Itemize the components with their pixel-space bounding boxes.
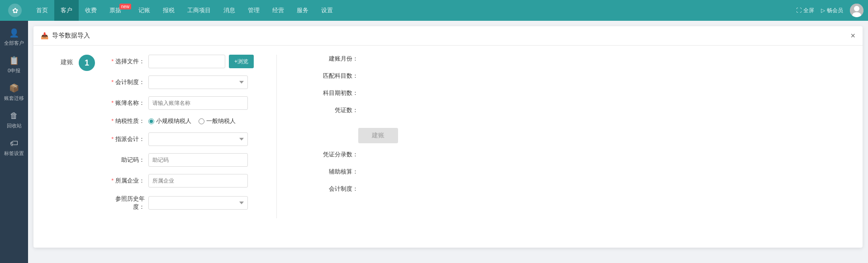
nav-item-manage[interactable]: 管理 xyxy=(242,0,266,21)
main-layout: 👤 全部客户 📋 0申报 📦 账套迁移 🗑 回收站 🏷 标签设置 📥 导爷数据导… xyxy=(0,21,868,263)
info-row-accounting-system: 会计制度： xyxy=(313,185,422,193)
dialog-title-icon: 📥 xyxy=(41,32,48,39)
memo-label: 助记码： xyxy=(109,156,145,164)
memo-row: 助记码： xyxy=(109,153,254,167)
info-area: 建账月份： 匹配科目数： 科目期初数： 凭证数： xyxy=(286,55,440,218)
small-taxpayer-radio[interactable] xyxy=(148,118,154,124)
build-account-btn[interactable]: 建账 xyxy=(358,128,398,143)
nav-item-fee[interactable]: 收费 xyxy=(79,0,103,21)
nav-item-invoice[interactable]: 票据 new xyxy=(103,0,132,21)
file-row: 选择文件： +浏览 xyxy=(109,55,254,68)
form-area: 选择文件： +浏览 会计制度： 账簿 xyxy=(109,55,254,218)
step-label: 建账 xyxy=(61,55,73,66)
sidebar-item-all-customers[interactable]: 👤 全部客户 xyxy=(1,24,27,50)
accounting-system-label: 会计制度： xyxy=(109,78,145,86)
dialog-panel: 📥 导爷数据导入 × 建账 1 选择文件： xyxy=(33,26,863,248)
tax-type-label: 纳税性质： xyxy=(109,117,145,125)
play-icon: ▷ xyxy=(821,7,825,14)
main-content: 📥 导爷数据导入 × 建账 1 选择文件： xyxy=(28,21,868,263)
fullscreen-icon: ⛶ xyxy=(796,7,802,14)
all-customers-icon: 👤 xyxy=(9,28,19,38)
sidebar-item-recycle[interactable]: 🗑 回收站 xyxy=(1,107,27,133)
accounting-system-row: 会计制度： xyxy=(109,75,254,89)
sidebar-item-migration[interactable]: 📦 账套迁移 xyxy=(1,80,27,105)
history-year-label: 参照历史年度： xyxy=(109,195,145,211)
general-taxpayer-option[interactable]: 一般纳税人 xyxy=(199,117,236,125)
info-row-initial-subject: 科目期初数： xyxy=(313,89,422,97)
nav-right: ⛶ 全屏 ▷ 畅会员 xyxy=(796,4,863,17)
assign-accountant-row: 指派会计： xyxy=(109,132,254,146)
browse-button[interactable]: +浏览 xyxy=(229,55,254,68)
member-btn[interactable]: ▷ 畅会员 xyxy=(821,7,843,14)
file-input[interactable] xyxy=(148,55,225,68)
tag-settings-icon: 🏷 xyxy=(9,138,19,148)
dialog-close-btn[interactable]: × xyxy=(850,32,855,40)
match-subject-label: 匹配科目数： xyxy=(313,72,358,80)
info-row-aux-accounting: 辅助核算： xyxy=(313,168,422,176)
nav-item-account[interactable]: 记账 xyxy=(132,0,157,21)
vertical-divider xyxy=(276,55,277,218)
assign-accountant-select[interactable] xyxy=(148,132,248,146)
memo-input[interactable] xyxy=(148,153,248,167)
dialog-header: 📥 导爷数据导入 × xyxy=(33,26,863,46)
nav-item-business[interactable]: 工商项目 xyxy=(181,0,217,21)
info-row-match-subject: 匹配科目数： xyxy=(313,72,422,80)
nav-items: 首页 客户 收费 票据 new 记账 报税 工商项目 消息 管理 经营 服务 设… xyxy=(30,0,796,21)
accounting-system-select[interactable] xyxy=(148,75,248,89)
initial-subject-label: 科目期初数： xyxy=(313,89,358,97)
aux-accounting-label: 辅助核算： xyxy=(313,168,358,176)
month-label: 建账月份： xyxy=(313,55,358,63)
sidebar-item-tag-settings[interactable]: 🏷 标签设置 xyxy=(1,135,27,160)
sidebar: 👤 全部客户 📋 0申报 📦 账套迁移 🗑 回收站 🏷 标签设置 xyxy=(0,21,28,263)
top-nav: ✿ 首页 客户 收费 票据 new 记账 报税 工商项目 消息 管理 经营 服务… xyxy=(0,0,868,21)
sidebar-item-declaration[interactable]: 📋 0申报 xyxy=(1,52,27,78)
migration-icon: 📦 xyxy=(9,83,19,93)
info-row-voucher: 凭证数： xyxy=(313,106,422,114)
recycle-icon: 🗑 xyxy=(9,111,19,121)
nav-item-service[interactable]: 服务 xyxy=(290,0,315,21)
app-logo: ✿ xyxy=(5,0,25,21)
voucher-records-label: 凭证分录数： xyxy=(313,150,358,159)
history-year-select[interactable] xyxy=(148,196,248,210)
fullscreen-btn[interactable]: ⛶ 全屏 xyxy=(796,7,814,14)
info-row-voucher-records: 凭证分录数： xyxy=(313,150,422,159)
tax-type-row: 纳税性质： 小规模纳税人 一般纳税人 xyxy=(109,117,254,125)
assign-accountant-label: 指派会计： xyxy=(109,135,145,143)
info-row-month: 建账月份： xyxy=(313,55,422,63)
file-label: 选择文件： xyxy=(109,57,145,66)
svg-point-1 xyxy=(854,6,859,11)
step-section: 建账 1 选择文件： +浏览 会计制度： xyxy=(33,55,267,218)
nav-item-tax[interactable]: 报税 xyxy=(157,0,181,21)
nav-item-home[interactable]: 首页 xyxy=(30,0,54,21)
accounting-system-info-label: 会计制度： xyxy=(313,185,358,193)
declaration-icon: 📋 xyxy=(9,56,19,66)
invoice-badge: new xyxy=(119,4,131,9)
ledger-name-input[interactable] xyxy=(148,96,248,110)
owner-company-row: 所属企业： xyxy=(109,174,254,188)
step-circle: 1 xyxy=(79,55,95,71)
small-taxpayer-option[interactable]: 小规模纳税人 xyxy=(148,117,191,125)
general-taxpayer-radio[interactable] xyxy=(199,118,204,124)
owner-company-label: 所属企业： xyxy=(109,177,145,185)
logo-icon: ✿ xyxy=(8,4,22,17)
ledger-name-label: 账簿名称： xyxy=(109,99,145,107)
owner-company-input[interactable] xyxy=(148,174,248,188)
ledger-name-row: 账簿名称： xyxy=(109,96,254,110)
dialog-body: 建账 1 选择文件： +浏览 会计制度： xyxy=(33,46,863,227)
nav-item-message[interactable]: 消息 xyxy=(217,0,242,21)
nav-item-operation[interactable]: 经营 xyxy=(266,0,290,21)
user-avatar[interactable] xyxy=(850,4,863,17)
history-year-row: 参照历史年度： xyxy=(109,195,254,211)
dialog-title: 导爷数据导入 xyxy=(52,32,90,40)
tax-type-radio-group: 小规模纳税人 一般纳税人 xyxy=(148,117,236,125)
nav-item-customer[interactable]: 客户 xyxy=(54,0,79,21)
nav-item-settings[interactable]: 设置 xyxy=(315,0,339,21)
voucher-label: 凭证数： xyxy=(313,106,358,114)
